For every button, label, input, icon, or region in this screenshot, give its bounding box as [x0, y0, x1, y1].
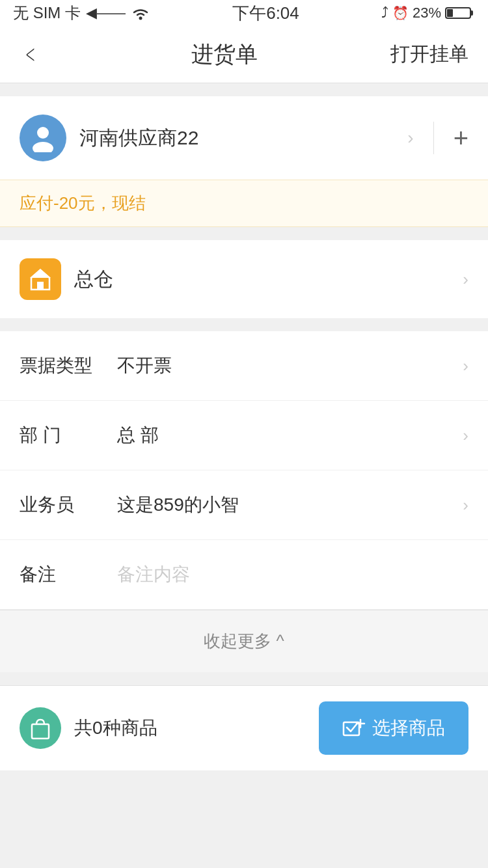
svg-rect-3 [447, 9, 453, 17]
select-product-button[interactable]: 选择商品 [319, 701, 468, 755]
svg-point-5 [33, 142, 53, 152]
warehouse-icon [20, 258, 61, 300]
svg-point-0 [139, 17, 142, 20]
department-value: 总 部 [98, 423, 463, 448]
page-title: 进货单 [191, 40, 258, 70]
department-row[interactable]: 部 门 总 部 › [0, 400, 488, 470]
select-product-label: 选择商品 [372, 716, 445, 740]
carrier-label: 无 SIM 卡 [13, 3, 81, 23]
ticket-type-value: 不开票 [98, 353, 463, 378]
svg-rect-9 [32, 724, 49, 739]
battery-percent: 23% [413, 5, 441, 21]
supplier-section: 河南供应商22 › + 应付-20元，现结 [0, 96, 488, 227]
salesperson-row[interactable]: 业务员 这是859的小智 › [0, 470, 488, 539]
ticket-type-row[interactable]: 票据类型 不开票 › [0, 331, 488, 400]
wifi-signal-icon [131, 6, 150, 20]
svg-rect-7 [37, 282, 44, 290]
back-button[interactable]: ﹤ [20, 38, 59, 70]
notice-text: 应付-20元，现结 [20, 193, 146, 213]
status-bar: 无 SIM 卡 ◀—— 下午6:04 ⤴ ⏰ 23% [0, 0, 488, 26]
product-bar: 共0种商品 选择商品 [0, 685, 488, 770]
remark-placeholder[interactable]: 备注内容 [98, 562, 468, 587]
salesperson-value: 这是859的小智 [98, 493, 463, 517]
supplier-name: 河南供应商22 [79, 125, 407, 152]
add-supplier-button[interactable]: + [454, 124, 468, 153]
time-label: 下午6:04 [232, 2, 299, 25]
warehouse-section: 总仓 › [0, 240, 488, 318]
salesperson-label: 业务员 [20, 493, 98, 517]
svg-rect-2 [470, 10, 473, 16]
supplier-arrow-icon: › [407, 128, 413, 148]
collapse-label: 收起更多 ^ [204, 630, 284, 653]
department-label: 部 门 [20, 423, 98, 448]
page-background [0, 770, 488, 868]
supplier-row[interactable]: 河南供应商22 › + [0, 96, 488, 180]
department-arrow-icon: › [463, 426, 468, 446]
notice-banner: 应付-20元，现结 [0, 180, 488, 227]
product-count-label: 共0种商品 [74, 716, 319, 740]
section-gap-2 [0, 227, 488, 240]
form-section: 票据类型 不开票 › 部 门 总 部 › 业务员 这是859的小智 › 备注 备… [0, 331, 488, 672]
status-right: ⤴ ⏰ 23% [381, 5, 475, 21]
status-left: 无 SIM 卡 ◀—— [13, 3, 150, 23]
section-gap-3 [0, 318, 488, 331]
warehouse-row[interactable]: 总仓 › [0, 240, 488, 318]
home-icon [29, 267, 52, 291]
svg-marker-8 [30, 269, 51, 278]
shopping-bag-icon [29, 716, 52, 740]
remark-row[interactable]: 备注 备注内容 [0, 539, 488, 610]
location-icon: ⤴ [381, 5, 388, 21]
collapse-row[interactable]: 收起更多 ^ [0, 610, 488, 672]
supplier-avatar [20, 115, 66, 161]
open-pending-button[interactable]: 打开挂单 [390, 41, 468, 68]
wifi-icon: ◀—— [86, 5, 126, 21]
nav-bar: ﹤ 进货单 打开挂单 [0, 26, 488, 83]
section-gap-1 [0, 83, 488, 96]
product-icon-wrap [20, 707, 61, 749]
alarm-icon: ⏰ [392, 5, 409, 21]
svg-point-4 [37, 127, 49, 139]
select-product-icon [342, 718, 366, 738]
remark-label: 备注 [20, 562, 98, 587]
salesperson-arrow-icon: › [463, 495, 468, 515]
ticket-type-arrow-icon: › [463, 356, 468, 376]
section-gap-4 [0, 672, 488, 685]
person-icon [29, 124, 57, 152]
warehouse-name: 总仓 [74, 266, 463, 293]
battery-icon [445, 6, 475, 20]
ticket-type-label: 票据类型 [20, 353, 98, 378]
bottom-section: 共0种商品 选择商品 [0, 685, 488, 770]
vertical-divider [433, 122, 434, 154]
warehouse-arrow-icon: › [463, 269, 468, 290]
